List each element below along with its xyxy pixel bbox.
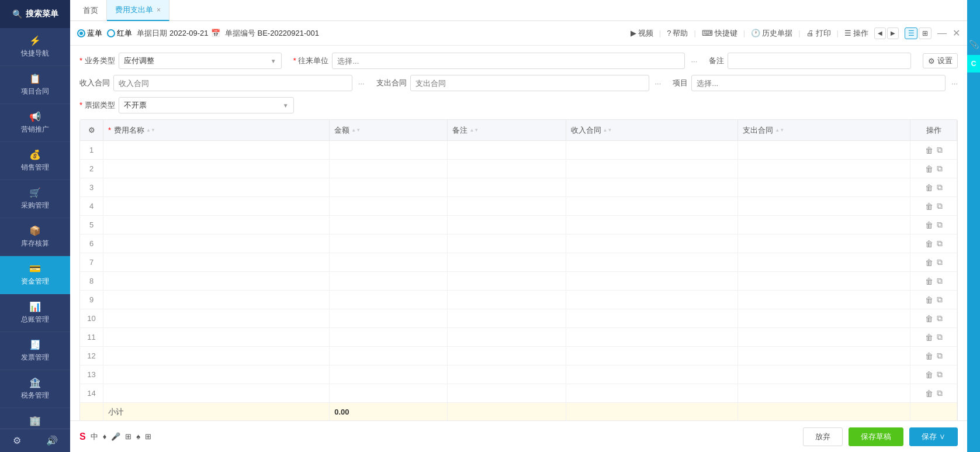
row-note-cell-8[interactable]: [448, 272, 566, 290]
row-expense-cell-1[interactable]: [738, 141, 910, 159]
sidebar-item-inventory[interactable]: 📦 库存核算: [0, 218, 70, 256]
row-note-cell-7[interactable]: [448, 253, 566, 271]
row-expense-cell-12[interactable]: [738, 347, 910, 365]
row-amount-cell-6[interactable]: [330, 234, 448, 253]
copy-icon-13[interactable]: ⧉: [937, 370, 943, 379]
sidebar-item-tax[interactable]: 🏦 税务管理: [0, 370, 70, 408]
audio-icon[interactable]: 🔊: [46, 435, 58, 446]
tab-close-expense-form[interactable]: ×: [157, 6, 161, 14]
minimize-btn[interactable]: —: [937, 28, 947, 39]
row-name-cell-7[interactable]: [103, 253, 330, 271]
row-income-cell-7[interactable]: [566, 253, 739, 271]
row-name-cell-12[interactable]: [103, 347, 330, 365]
row-expense-cell-14[interactable]: [738, 384, 910, 402]
row-expense-cell-4[interactable]: [738, 197, 910, 215]
delete-icon-5[interactable]: 🗑: [925, 220, 933, 230]
row-name-cell-10[interactable]: [103, 309, 330, 327]
row-income-cell-12[interactable]: [566, 347, 739, 365]
row-amount-cell-8[interactable]: [330, 272, 448, 290]
row-note-cell-11[interactable]: [448, 328, 566, 346]
list-view-btn[interactable]: ☰: [905, 27, 917, 39]
copy-icon-3[interactable]: ⧉: [937, 182, 943, 192]
save-button[interactable]: 保存 ∨: [909, 427, 958, 446]
op-btn[interactable]: ☰ 操作: [844, 28, 868, 39]
th-settings[interactable]: ⚙: [80, 120, 103, 140]
row-expense-cell-6[interactable]: [738, 234, 910, 253]
delete-icon-14[interactable]: 🗑: [925, 389, 933, 398]
row-income-cell-10[interactable]: [566, 309, 739, 327]
copy-icon-11[interactable]: ⧉: [937, 332, 943, 342]
red-bill-radio[interactable]: 红单: [107, 28, 132, 39]
row-expense-cell-10[interactable]: [738, 309, 910, 327]
th-name-sort[interactable]: ▲▼: [146, 127, 155, 133]
delete-icon-10[interactable]: 🗑: [925, 314, 933, 323]
sidebar-item-quick-nav[interactable]: ⚡ 快捷导航: [0, 28, 70, 66]
copy-icon-6[interactable]: ⧉: [937, 239, 943, 249]
row-amount-cell-13[interactable]: [330, 365, 448, 384]
note-input[interactable]: [728, 53, 911, 69]
row-amount-cell-2[interactable]: [330, 160, 448, 178]
delete-icon-12[interactable]: 🗑: [925, 351, 933, 361]
calendar-icon[interactable]: 📅: [211, 29, 220, 37]
row-note-cell-10[interactable]: [448, 309, 566, 327]
row-amount-cell-11[interactable]: [330, 328, 448, 346]
sidebar-item-procurement[interactable]: 🛒 采购管理: [0, 180, 70, 218]
project-more-icon[interactable]: ···: [951, 79, 958, 88]
sidebar-item-sales[interactable]: 💰 销售管理: [0, 142, 70, 180]
row-note-cell-3[interactable]: [448, 178, 566, 196]
delete-icon-7[interactable]: 🗑: [925, 258, 933, 267]
copy-icon-10[interactable]: ⧉: [937, 313, 943, 323]
copy-icon-8[interactable]: ⧉: [937, 276, 943, 286]
settings-btn[interactable]: ⚙ 设置: [923, 53, 958, 68]
row-name-cell-8[interactable]: [103, 272, 330, 290]
delete-icon-8[interactable]: 🗑: [925, 277, 933, 286]
copy-icon-7[interactable]: ⧉: [937, 257, 943, 267]
income-more-icon[interactable]: ···: [358, 79, 365, 88]
row-name-cell-13[interactable]: [103, 365, 330, 384]
th-note-sort[interactable]: ▲▼: [469, 127, 479, 133]
row-amount-cell-14[interactable]: [330, 384, 448, 402]
copy-icon-4[interactable]: ⧉: [937, 201, 943, 211]
sidebar-item-project-contract[interactable]: 📋 项目合同: [0, 66, 70, 104]
row-name-cell-1[interactable]: [103, 141, 330, 159]
sidebar-item-accounting[interactable]: 📊 总账管理: [0, 294, 70, 332]
delete-icon-2[interactable]: 🗑: [925, 164, 933, 174]
settings-icon[interactable]: ⚙: [13, 435, 21, 446]
prev-btn[interactable]: ◀: [874, 27, 886, 39]
row-name-cell-3[interactable]: [103, 178, 330, 196]
tab-expense-form[interactable]: 费用支出单×: [107, 0, 169, 21]
row-name-cell-2[interactable]: [103, 160, 330, 178]
print-btn[interactable]: 🖨 打印: [806, 28, 831, 39]
row-note-cell-13[interactable]: [448, 365, 566, 384]
row-amount-cell-1[interactable]: [330, 141, 448, 159]
row-name-cell-9[interactable]: [103, 291, 330, 309]
row-amount-cell-12[interactable]: [330, 347, 448, 365]
sidebar-search[interactable]: 🔍 搜索菜单: [0, 0, 70, 28]
row-income-cell-1[interactable]: [566, 141, 739, 159]
income-contract-input[interactable]: [113, 75, 352, 91]
copy-icon-12[interactable]: ⧉: [937, 351, 943, 361]
row-income-cell-9[interactable]: [566, 291, 739, 309]
row-note-cell-4[interactable]: [448, 197, 566, 215]
th-income-sort[interactable]: ▲▼: [603, 127, 612, 133]
row-expense-cell-8[interactable]: [738, 272, 910, 290]
row-name-cell-14[interactable]: [103, 384, 330, 402]
grid-view-btn[interactable]: ⊞: [919, 27, 931, 39]
row-name-cell-11[interactable]: [103, 328, 330, 346]
counterparty-more-icon[interactable]: ···: [691, 57, 697, 65]
sidebar-item-marketing[interactable]: 📢 营销推广: [0, 104, 70, 142]
invoice-type-select[interactable]: 不开票 ▼: [119, 97, 294, 113]
th-amount-sort[interactable]: ▲▼: [351, 127, 361, 133]
row-expense-cell-11[interactable]: [738, 328, 910, 346]
expense-more-icon[interactable]: ···: [655, 79, 662, 88]
row-note-cell-9[interactable]: [448, 291, 566, 309]
row-income-cell-4[interactable]: [566, 197, 739, 215]
row-amount-cell-4[interactable]: [330, 197, 448, 215]
delete-icon-4[interactable]: 🗑: [925, 202, 933, 211]
sidebar-item-invoice[interactable]: 🧾 发票管理: [0, 332, 70, 370]
delete-icon-13[interactable]: 🗑: [925, 370, 933, 379]
copy-icon-2[interactable]: ⧉: [937, 164, 943, 174]
delete-icon-1[interactable]: 🗑: [925, 146, 933, 155]
sidebar-item-fund[interactable]: 💳 资金管理: [0, 256, 70, 294]
close-btn[interactable]: ✕: [953, 27, 960, 39]
